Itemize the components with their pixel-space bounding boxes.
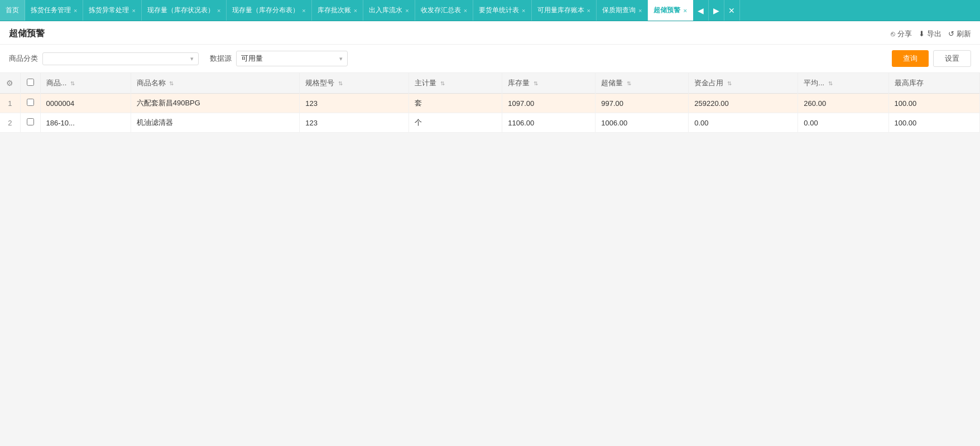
cell-unit: 个 [409,113,502,133]
category-select[interactable]: ▾ [42,52,199,65]
col-stock-header[interactable]: 库存量 ⇅ [502,73,595,94]
export-button[interactable]: ⬇ 导出 [919,29,941,39]
nav-prev-arrow[interactable]: ◀ [693,0,709,21]
nav-close-overstock-warning[interactable]: × [683,7,686,14]
category-label: 商品分类 [9,54,38,64]
col-settings[interactable]: ⚙ [0,73,20,94]
page-header: 超储预警 ⎋ 分享 ⬇ 导出 ↺ 刷新 [0,21,980,45]
query-button[interactable]: 查询 [892,50,929,67]
cell-overstock: 997.00 [595,94,689,113]
page-title: 超储预警 [9,28,45,40]
nav-item-requisition-stats[interactable]: 要货单统计表 × [473,0,531,21]
cell-max-stock: 100.00 [888,113,979,133]
sort-icon-avg: ⇅ [828,80,833,86]
share-button[interactable]: ⎋ 分享 [891,29,912,39]
gear-icon[interactable]: ⚙ [6,79,13,88]
nav-item-available-stock[interactable]: 可用量库存账本 × [532,0,597,21]
row-checkbox-cell[interactable] [20,113,40,133]
table-row: 2 186-10... 机油滤清器 123 个 1106.00 1006.00 … [0,113,980,133]
settings-button[interactable]: 设置 [933,50,971,67]
datasource-value: 可用量 [241,54,263,64]
col-max-stock-header[interactable]: 最高库存 [888,73,979,94]
nav-item-exception-handling[interactable]: 拣货异常处理 × [83,0,141,21]
row-checkbox[interactable] [27,118,34,125]
sort-icon-spec: ⇅ [338,80,343,86]
row-number: 1 [0,94,20,113]
cell-product-name: 六配套新昌490BPG [131,94,299,113]
nav-close-exception-handling[interactable]: × [132,7,135,14]
sort-icon-product-code: ⇅ [70,80,75,86]
cell-avg: 0.00 [798,113,888,133]
table-row: 1 0000004 六配套新昌490BPG 123 套 1097.00 997.… [0,94,980,113]
nav-close-stock-distribution[interactable]: × [302,7,305,14]
nav-close-stock-status[interactable]: × [217,7,220,14]
overstock-table: ⚙ 商品... ⇅ 商品名称 ⇅ 规格型号 ⇅ 主计量 [0,73,980,133]
nav-close-inout-flow[interactable]: × [405,7,409,14]
nav-close-available-stock[interactable]: × [587,7,590,14]
datasource-select[interactable]: 可用量 ▾ [236,51,348,66]
col-product-name-header[interactable]: 商品名称 ⇅ [131,73,299,94]
datasource-select-arrow: ▾ [339,55,343,62]
row-checkbox-cell[interactable] [20,94,40,113]
cell-avg: 260.00 [798,94,888,113]
cell-stock: 1097.00 [502,94,595,113]
filter-row: 商品分类 ▾ 数据源 可用量 ▾ 查询 设置 [0,45,980,73]
filter-button-group: 查询 设置 [892,50,971,67]
nav-item-stock-status[interactable]: 现存量（库存状况表） × [142,0,227,21]
nav-item-inout-flow[interactable]: 出入库流水 × [363,0,415,21]
cell-capital: 0.00 [689,113,798,133]
nav-item-quality-period[interactable]: 保质期查询 × [597,0,648,21]
table-header-row: ⚙ 商品... ⇅ 商品名称 ⇅ 规格型号 ⇅ 主计量 [0,73,980,94]
cell-stock: 1106.00 [502,113,595,133]
cell-product-name: 机油滤清器 [131,113,299,133]
nav-close-task-management[interactable]: × [74,7,77,14]
category-filter-group: 商品分类 ▾ [9,52,199,65]
nav-item-task-management[interactable]: 拣货任务管理 × [25,0,83,21]
nav-item-home[interactable]: 首页 [0,0,25,21]
nav-item-stock-distribution[interactable]: 现存量（库存分布表） × [227,0,311,21]
row-number: 2 [0,113,20,133]
export-icon: ⬇ [919,30,925,38]
col-unit-header[interactable]: 主计量 ⇅ [409,73,502,94]
col-capital-header[interactable]: 资金占用 ⇅ [689,73,798,94]
category-select-arrow: ▾ [190,55,194,62]
col-spec-header[interactable]: 规格型号 ⇅ [300,73,409,94]
nav-close-batch-account[interactable]: × [354,7,357,14]
col-product-code-header[interactable]: 商品... ⇅ [40,73,131,94]
cell-overstock: 1006.00 [595,113,689,133]
col-overstock-header[interactable]: 超储量 ⇅ [595,73,689,94]
sort-icon-capital: ⇅ [727,80,732,86]
sort-icon-overstock: ⇅ [627,80,631,86]
row-checkbox[interactable] [27,99,34,106]
sort-icon-stock: ⇅ [534,80,538,86]
sort-icon-unit: ⇅ [440,80,445,86]
cell-unit: 套 [409,94,502,113]
select-all-checkbox[interactable] [27,79,34,86]
nav-close-requisition-stats[interactable]: × [522,7,525,14]
nav-close-quality-period[interactable]: × [638,7,642,14]
col-avg-header[interactable]: 平均... ⇅ [798,73,888,94]
nav-item-overstock-warning[interactable]: 超储预警 × [648,0,693,21]
cell-spec: 123 [300,113,409,133]
nav-close-all-arrow[interactable]: ✕ [724,0,740,21]
share-icon: ⎋ [891,30,895,38]
nav-next-arrow[interactable]: ▶ [709,0,724,21]
refresh-button[interactable]: ↺ 刷新 [948,29,971,39]
cell-capital: 259220.00 [689,94,798,113]
datasource-filter-group: 数据源 可用量 ▾ [210,51,348,66]
cell-spec: 123 [300,94,409,113]
cell-product-code: 0000004 [40,94,131,113]
cell-product-code: 186-10... [40,113,131,133]
datasource-label: 数据源 [210,54,232,64]
nav-item-collect-summary[interactable]: 收发存汇总表 × [415,0,473,21]
col-checkbox-header[interactable] [20,73,40,94]
data-table-container: ⚙ 商品... ⇅ 商品名称 ⇅ 规格型号 ⇅ 主计量 [0,73,980,133]
nav-close-collect-summary[interactable]: × [464,7,467,14]
refresh-icon: ↺ [948,30,954,38]
top-navigation: 首页 拣货任务管理 × 拣货异常处理 × 现存量（库存状况表） × 现存量（库存… [0,0,980,21]
header-actions: ⎋ 分享 ⬇ 导出 ↺ 刷新 [891,29,971,39]
sort-icon-product-name: ⇅ [169,80,174,86]
nav-item-batch-account[interactable]: 库存批次账 × [312,0,363,21]
cell-max-stock: 100.00 [888,94,979,113]
